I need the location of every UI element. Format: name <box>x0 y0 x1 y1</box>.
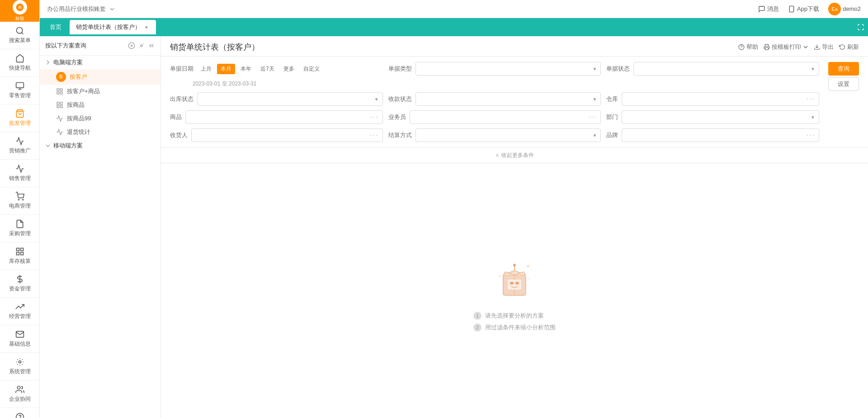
main-wrapper: 办公用品行业模拟账套 消息 App下载 Ea demo2 首页 <box>40 0 868 418</box>
page-title: 销货单统计表（按客户） <box>170 42 259 52</box>
collapse-icon: ∧ <box>495 152 500 158</box>
filter-warehouse: 仓库 ··· <box>606 92 819 106</box>
tip-text-2: 用过滤条件来缩小分析范围 <box>485 323 556 332</box>
out-status-select[interactable]: ▼ <box>197 92 383 106</box>
warehouse-input[interactable]: ··· <box>622 92 819 106</box>
sidebar-item-sales[interactable]: 销售管理 <box>0 160 40 187</box>
tree-item-return-stats[interactable]: 退货统计 <box>40 125 160 139</box>
top-header: 办公用品行业模拟账套 消息 App下载 Ea demo2 <box>40 0 868 18</box>
message-btn[interactable]: 消息 <box>758 5 779 13</box>
tab-sales-stats[interactable]: 销货单统计表（按客户） × <box>70 20 156 34</box>
tree-parent-pc[interactable]: 电脑端方案 <box>40 56 160 69</box>
svg-rect-18 <box>789 6 793 12</box>
tree-item-label: 按商品 <box>67 101 85 109</box>
tab-home[interactable]: 首页 <box>43 20 68 34</box>
template-print-btn[interactable]: 按模板打印 <box>764 43 808 51</box>
svg-point-0 <box>16 28 22 33</box>
salesperson-input[interactable]: ··· <box>410 110 601 124</box>
print-icon <box>764 44 770 50</box>
svg-rect-1 <box>16 83 24 88</box>
refresh-btn[interactable]: 刷新 <box>839 43 859 51</box>
tree-item-by-customer-product[interactable]: 按客户+商品 <box>40 85 160 98</box>
collapse-panel-icon[interactable] <box>148 42 155 49</box>
tab-close-btn[interactable]: × <box>143 24 150 30</box>
user-profile[interactable]: Ea demo2 <box>828 3 861 15</box>
add-scheme-icon[interactable] <box>128 42 135 49</box>
logo-icon <box>13 0 27 14</box>
tree-item-label: 按商品99 <box>67 114 91 123</box>
filter-order-status: 单据状态 ▼ <box>606 62 819 76</box>
app-download-btn[interactable]: App下载 <box>788 5 819 13</box>
sidebar-item-label: 库存核算 <box>9 257 31 265</box>
sidebar-item-finance[interactable]: 资金管理 <box>0 270 40 298</box>
sidebar-item-retail[interactable]: 零售管理 <box>0 77 40 104</box>
avatar-text: Ea <box>832 6 838 12</box>
date-tab-this-month[interactable]: 本月 <box>217 64 235 74</box>
tree-item-by-customer[interactable]: 客 按客户 <box>40 69 160 85</box>
date-row: 上月 本月 本年 近7天 更多 自定义 <box>197 64 383 74</box>
minimize-icon[interactable] <box>857 24 864 31</box>
svg-rect-26 <box>60 92 62 94</box>
product-label: 商品 <box>170 113 182 121</box>
username: demo2 <box>843 5 861 12</box>
tree-expand-icon <box>45 60 51 65</box>
filter-salesperson: 业务员 ··· <box>388 110 601 124</box>
sidebar-item-marketing[interactable]: 营销推广 <box>0 132 40 160</box>
export-label: 导出 <box>822 43 834 51</box>
sidebar-item-quick-nav[interactable]: 快捷导航 <box>0 49 40 77</box>
collapse-bar[interactable]: ∧ 收起更多条件 <box>161 148 868 163</box>
sidebar-item-purchase[interactable]: 采购管理 <box>0 215 40 242</box>
sidebar-item-label: 营销推广 <box>9 147 31 155</box>
brand-input[interactable]: ··· <box>622 128 819 142</box>
collection-status-select[interactable]: ▼ <box>415 92 601 106</box>
date-tab-this-year[interactable]: 本年 <box>237 64 255 74</box>
settings-button[interactable]: 设置 <box>828 77 859 91</box>
chevron-down-icon: ▼ <box>592 66 597 71</box>
order-type-select[interactable]: ▼ <box>415 62 601 76</box>
scheme-icon <box>56 115 63 122</box>
query-button[interactable]: 查询 <box>828 62 859 76</box>
svg-point-10 <box>19 361 21 363</box>
tip-num-1: 1 <box>473 312 481 320</box>
left-panel-actions <box>128 42 155 49</box>
settings-scheme-icon[interactable] <box>138 42 145 49</box>
sidebar-item-basic-info[interactable]: 基础信息 <box>0 325 40 353</box>
tip-num-2: 2 <box>473 323 481 332</box>
date-tab-7days[interactable]: 近7天 <box>257 64 278 74</box>
sidebar-item-wholesale[interactable]: 批发管理 <box>0 104 40 132</box>
tree-mobile-label: 移动端方案 <box>53 142 83 150</box>
empty-tip-1: 1 请先选择要分析的方案 <box>473 312 556 320</box>
sidebar-item-inventory[interactable]: 库存核算 <box>0 242 40 270</box>
sidebar-item-ecommerce[interactable]: 电商管理 <box>0 187 40 215</box>
order-status-select[interactable]: ▼ <box>633 62 819 76</box>
date-tab-more[interactable]: 更多 <box>280 64 298 74</box>
order-type-label: 单据类型 <box>388 65 412 73</box>
sidebar-item-search-menu[interactable]: 搜索菜单 <box>0 22 40 49</box>
tree-parent-mobile[interactable]: 移动端方案 <box>40 139 160 152</box>
recipient-input[interactable]: ··· <box>191 128 383 142</box>
help-btn[interactable]: 帮助 <box>738 43 758 51</box>
app-download-label: App下载 <box>797 5 819 13</box>
settlement-select[interactable]: ▼ <box>415 128 601 142</box>
export-btn[interactable]: 导出 <box>814 43 834 51</box>
tab-bar: 首页 销货单统计表（按客户） × <box>40 18 868 36</box>
department-label: 部门 <box>606 113 618 121</box>
svg-rect-28 <box>57 102 59 104</box>
sidebar-item-system[interactable]: 系统管理 <box>0 353 40 380</box>
tree-item-by-product-99[interactable]: 按商品99 <box>40 112 160 125</box>
app-title: 办公用品行业模拟账套 <box>47 5 106 13</box>
svg-point-41 <box>513 264 516 266</box>
sidebar-item-enterprise[interactable]: 企业协同 <box>0 380 40 408</box>
date-tab-custom[interactable]: 自定义 <box>300 64 323 74</box>
dropdown-arrow-icon <box>109 6 115 12</box>
department-select[interactable]: ▼ <box>622 110 819 124</box>
sidebar-item-operations[interactable]: 经营管理 <box>0 298 40 325</box>
sidebar-item-label: 销售管理 <box>9 175 31 182</box>
sidebar-item-newbie[interactable]: 新手引导 <box>0 408 40 418</box>
right-panel: 销货单统计表（按客户） 帮助 按模板打印 导出 <box>161 36 868 418</box>
product-input[interactable]: ··· <box>185 110 383 124</box>
action-buttons: 查询 设置 <box>828 62 859 91</box>
tree-item-by-product[interactable]: 按商品 <box>40 98 160 112</box>
refresh-label: 刷新 <box>847 43 859 51</box>
date-tab-last-month[interactable]: 上月 <box>197 64 215 74</box>
